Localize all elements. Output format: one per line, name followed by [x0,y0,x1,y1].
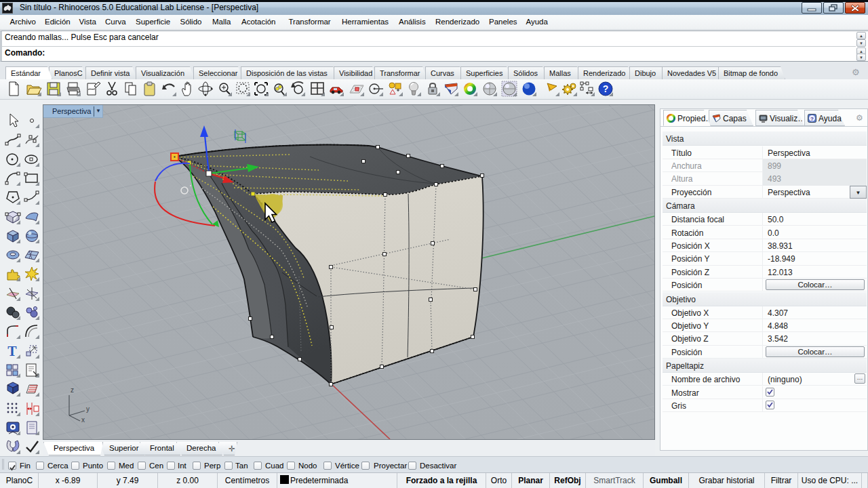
svg-text:T: T [7,344,17,359]
svg-text:x: x [81,416,85,424]
svg-text:?: ? [810,116,814,122]
svg-text:?: ? [603,83,609,94]
svg-text:y: y [86,405,90,413]
svg-text:z: z [71,386,74,394]
